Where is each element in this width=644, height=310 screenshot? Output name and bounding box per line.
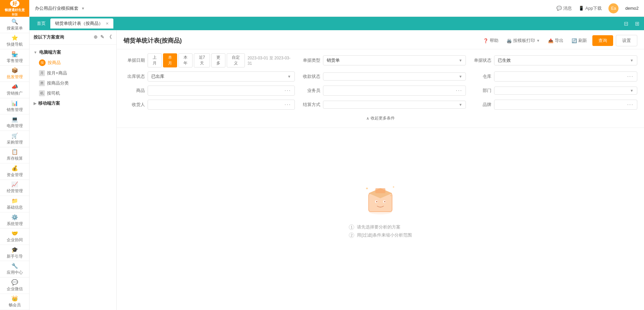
department-label: 部门: [470, 88, 494, 94]
tab-home[interactable]: 首页: [32, 18, 50, 29]
svg-point-8: [384, 201, 385, 202]
payment-status-select[interactable]: ▼: [323, 72, 466, 81]
export-label: 导出: [555, 38, 564, 44]
tab-minimize-icon[interactable]: ⊟: [622, 20, 630, 28]
warehouse-more-icon[interactable]: ···: [627, 73, 634, 80]
export-btn[interactable]: 📤 导出: [545, 36, 566, 45]
tree-item-month-product[interactable]: 月 按月+商品: [30, 68, 116, 78]
brand-input[interactable]: ···: [494, 100, 637, 110]
user-avatar[interactable]: Ea: [608, 3, 619, 13]
refresh-icon: 🔄: [572, 38, 577, 43]
date-btn-year[interactable]: 本年: [178, 53, 193, 67]
tab-sales-stat-label: 销货单统计表（按商品）: [55, 20, 103, 27]
sidebar-item-vip[interactable]: 👑 畅会员: [0, 294, 29, 310]
brand-more-icon[interactable]: ···: [627, 102, 634, 108]
sidebar-item-label: 销售管理: [7, 107, 23, 113]
sidebar-item-retail[interactable]: 🏪 零售管理: [0, 49, 29, 66]
sidebar-item-label: 快捷导航: [7, 42, 23, 47]
print-btn[interactable]: 🖨️ 按模板打印 ▼: [504, 36, 543, 45]
doc-status-arrow-icon: ▼: [630, 58, 634, 62]
print-icon: 🖨️: [506, 38, 512, 43]
message-action[interactable]: 💬 消息: [556, 5, 572, 11]
help-btn[interactable]: ❓ 帮助: [480, 36, 501, 45]
filter-cell-settlement: 结算方式 ▼: [295, 100, 466, 110]
filter-row-4: 收货人 ··· 结算方式 ▼ 品牌: [123, 100, 637, 110]
folder-icon: 📁: [11, 198, 18, 204]
sidebar-item-label: 企业协同: [7, 237, 23, 243]
sidebar-item-procurement[interactable]: 🛒 采购管理: [0, 131, 29, 147]
salesperson-input[interactable]: ···: [323, 86, 466, 96]
wrench-icon: 🔧: [11, 263, 18, 269]
sidebar-item-operations[interactable]: 📈 经营管理: [0, 180, 29, 196]
sidebar-item-system[interactable]: ⚙️ 系统管理: [0, 212, 29, 229]
sidebar-item-wechat[interactable]: 💬 企业微信: [0, 277, 29, 294]
tip-text-2: 用[过滤]条件来缩小分析范围: [357, 232, 412, 238]
collapse-label: 收起更多条件: [371, 115, 395, 121]
tree-item-product-category[interactable]: 类 按商品分类: [30, 78, 116, 88]
tab-sales-stat[interactable]: 销货单统计表（按商品） ✕: [50, 18, 113, 29]
left-panel-actions: ⊕ ✎ 《: [93, 34, 112, 41]
collapse-panel-btn[interactable]: 《: [106, 34, 112, 41]
date-btn-7days[interactable]: 近7天: [194, 53, 210, 67]
tab-close-icon[interactable]: ✕: [106, 21, 109, 26]
warehouse-input[interactable]: ···: [494, 71, 637, 82]
add-scheme-btn[interactable]: ⊕: [93, 34, 98, 41]
sidebar-item-basic[interactable]: 📁 基础信息: [0, 196, 29, 212]
department-select[interactable]: ▼: [494, 87, 637, 95]
recipient-input[interactable]: ···: [148, 100, 295, 110]
app-download-action[interactable]: 📱 App下载: [579, 5, 602, 11]
sidebar-item-enterprise[interactable]: 🤝 企业协同: [0, 228, 29, 245]
doc-type-value: 销货单: [327, 57, 340, 63]
left-panel: 按以下方案查询 ⊕ ✎ 《 ▼ 电脑端方案 按 按商品 月: [30, 30, 117, 310]
settlement-label: 结算方式: [299, 102, 323, 108]
logo-icon: 好: [10, 0, 19, 7]
industry-dropdown[interactable]: ▼: [81, 6, 85, 10]
tab-expand-icon[interactable]: ⊞: [633, 20, 641, 28]
sidebar-item-label: 采购管理: [7, 140, 23, 145]
tree-item-pc[interactable]: ▼ 电脑端方案: [30, 47, 116, 57]
sidebar-item-label: 营销推广: [7, 91, 23, 96]
help-icon: ❓: [483, 38, 488, 43]
search-icon: 🔍: [11, 18, 18, 25]
tree-item-month-label: 按月+商品: [47, 70, 67, 76]
tree-item-driver-label: 按司机: [47, 90, 60, 96]
product-input[interactable]: ···: [148, 86, 295, 96]
date-btn-custom[interactable]: 自定义: [227, 53, 245, 67]
main-area: 办公用品行业模拟账套 ▼ 💬 消息 📱 App下载 Ea demo2 首页 销货…: [30, 0, 644, 310]
sidebar-item-inventory[interactable]: 📋 库存核算: [0, 147, 29, 164]
sidebar-item-quick[interactable]: ⭐ 快捷导航: [0, 33, 29, 50]
sidebar-item-marketing[interactable]: 📣 营销推广: [0, 82, 29, 98]
print-dropdown-icon[interactable]: ▼: [536, 39, 540, 43]
svg-text:✦: ✦: [392, 185, 395, 189]
settlement-select[interactable]: ▼: [323, 101, 466, 109]
sidebar-item-guide[interactable]: 🎓 新手引导: [0, 245, 29, 261]
date-btn-current-month[interactable]: 本月: [163, 53, 177, 67]
sidebar-item-finance[interactable]: 💰 资金管理: [0, 163, 29, 180]
avatar-text: Ea: [611, 6, 616, 11]
refresh-btn[interactable]: 🔄 刷新: [569, 36, 590, 45]
salesperson-more-icon[interactable]: ···: [456, 88, 462, 94]
tree-item-driver[interactable]: 机 按司机: [30, 88, 116, 98]
product-more-icon[interactable]: ···: [284, 88, 291, 94]
sidebar-item-wholesale[interactable]: 📦 批发管理: [0, 66, 29, 82]
doc-status-select[interactable]: 已生效 ▼: [494, 55, 637, 65]
date-btn-more[interactable]: 更多: [211, 53, 225, 67]
edit-scheme-btn[interactable]: ✎: [100, 34, 105, 41]
out-status-select[interactable]: 已出库 ▼: [148, 71, 295, 82]
industry-title: 办公用品行业模拟账套: [35, 5, 78, 11]
sidebar-item-ecommerce[interactable]: 💻 电商管理: [0, 114, 29, 131]
tree-item-product-label: 按商品: [48, 60, 61, 66]
tab-home-label: 首页: [37, 20, 46, 27]
doc-type-select[interactable]: 销货单 ▼: [323, 55, 466, 65]
recipient-more-icon[interactable]: ···: [284, 102, 291, 108]
settings-btn[interactable]: 设置: [616, 35, 637, 46]
sidebar-item-appstore[interactable]: 🔧 应用中心: [0, 261, 29, 277]
sidebar-item-search[interactable]: 🔍 搜索菜单: [0, 17, 29, 33]
collapse-btn[interactable]: ∧ 收起更多条件: [363, 114, 398, 122]
sidebar-item-label: 经营管理: [7, 188, 23, 194]
sidebar-item-sales[interactable]: 📊 销售管理: [0, 98, 29, 115]
date-btn-prev-month[interactable]: 上月: [148, 53, 162, 67]
query-btn[interactable]: 查询: [592, 35, 613, 46]
tree-item-mobile[interactable]: ▶ 移动端方案: [30, 98, 116, 108]
tree-item-by-product[interactable]: 按 按商品: [30, 57, 116, 68]
